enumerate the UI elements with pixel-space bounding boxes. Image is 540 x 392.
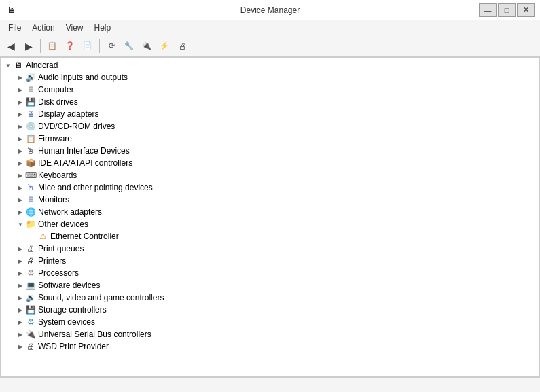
- icon-ethernet: ⚠: [37, 231, 48, 242]
- toggle-network[interactable]: [16, 207, 25, 217]
- maximize-button[interactable]: □: [498, 3, 516, 17]
- toggle-dvd[interactable]: [16, 122, 25, 131]
- tree-item-system[interactable]: ⚙System devices: [1, 316, 539, 328]
- tree-item-sound[interactable]: 🔉Sound, video and game controllers: [1, 291, 539, 304]
- icon-printq: 🖨: [25, 243, 36, 254]
- label-keyboard: Keyboards: [38, 171, 77, 180]
- tree-container[interactable]: 🖥 Aindcrad 🔊Audio inputs and outputs🖥Com…: [1, 58, 539, 376]
- tree-item-mice[interactable]: 🖱Mice and other pointing devices: [1, 181, 539, 194]
- icon-mice: 🖱: [25, 182, 36, 193]
- toggle-proc[interactable]: [16, 268, 25, 278]
- tree-item-disk[interactable]: 💾Disk drives: [1, 96, 539, 108]
- icon-wsd: 🖨: [25, 341, 36, 352]
- toolbar-view[interactable]: 📄: [79, 38, 96, 54]
- toolbar-sep-2: [99, 39, 100, 53]
- label-ide: IDE ATA/ATAPI controllers: [38, 158, 132, 168]
- tree-item-network[interactable]: 🌐Network adapters: [1, 206, 539, 218]
- toggle-usb[interactable]: [16, 329, 25, 339]
- label-audio: Audio inputs and outputs: [38, 73, 128, 82]
- tree-item-display[interactable]: 🖥Display adapters: [1, 108, 539, 120]
- tree-item-firmware[interactable]: 📋Firmware: [1, 132, 539, 145]
- toolbar-scan[interactable]: ⟳: [103, 38, 120, 54]
- window-title: Device Manager: [240, 5, 300, 15]
- status-seg-3: [359, 378, 537, 392]
- tree-item-ethernet[interactable]: ⚠Ethernet Controller: [1, 230, 539, 243]
- label-network: Network adapters: [38, 207, 102, 217]
- label-storage: Storage controllers: [38, 305, 107, 315]
- minimize-button[interactable]: —: [479, 3, 497, 17]
- status-bar: [0, 377, 540, 392]
- toggle-printq[interactable]: [16, 244, 25, 253]
- label-disk: Disk drives: [38, 97, 78, 107]
- icon-network: 🌐: [25, 207, 36, 217]
- tree-item-dvd[interactable]: 💿DVD/CD-ROM drives: [1, 120, 539, 132]
- tree-item-monitors[interactable]: 🖥Monitors: [1, 194, 539, 206]
- toggle-other[interactable]: [16, 219, 25, 229]
- icon-keyboard: ⌨: [25, 170, 36, 181]
- menu-help[interactable]: Help: [89, 22, 117, 34]
- toolbar-update[interactable]: 🔧: [121, 38, 137, 54]
- menu-action[interactable]: Action: [26, 22, 60, 34]
- tree-item-wsd[interactable]: 🖨WSD Print Provider: [1, 340, 539, 353]
- toolbar-forward[interactable]: ▶: [20, 38, 37, 54]
- root-toggle[interactable]: [3, 60, 13, 70]
- toggle-audio[interactable]: [16, 73, 25, 82]
- toggle-system[interactable]: [16, 317, 25, 327]
- tree-item-printq[interactable]: 🖨Print queues: [1, 243, 539, 255]
- toggle-sound[interactable]: [16, 293, 25, 302]
- tree-item-proc[interactable]: ⚙Processors: [1, 267, 539, 279]
- tree-item-usb[interactable]: 🔌Universal Serial Bus controllers: [1, 328, 539, 340]
- toggle-monitors[interactable]: [16, 195, 25, 204]
- icon-usb: 🔌: [25, 329, 36, 340]
- menu-view[interactable]: View: [60, 22, 89, 34]
- label-printers: Printers: [38, 256, 66, 266]
- app-icon: 🖥: [5, 5, 16, 16]
- root-icon: 🖥: [13, 60, 24, 71]
- toggle-display[interactable]: [16, 109, 25, 119]
- menu-file[interactable]: File: [3, 22, 26, 34]
- toolbar-sep-1: [40, 39, 41, 53]
- toggle-keyboard[interactable]: [16, 171, 25, 180]
- tree-item-computer[interactable]: 🖥Computer: [1, 84, 539, 96]
- toggle-printers[interactable]: [16, 256, 25, 266]
- icon-other: 📁: [25, 219, 36, 230]
- tree-item-hid[interactable]: 🖱Human Interface Devices: [1, 145, 539, 157]
- tree-item-keyboard[interactable]: ⌨Keyboards: [1, 169, 539, 181]
- icon-hid: 🖱: [25, 145, 36, 156]
- title-bar: 🖥 Device Manager — □ ✕: [0, 0, 540, 20]
- toggle-software[interactable]: [16, 281, 25, 290]
- toggle-wsd[interactable]: [16, 342, 25, 351]
- toolbar-disable[interactable]: ⚡: [156, 38, 173, 54]
- label-hid: Human Interface Devices: [38, 146, 130, 156]
- toolbar-back[interactable]: ◀: [3, 38, 19, 54]
- toggle-ide[interactable]: [16, 158, 25, 168]
- label-monitors: Monitors: [38, 195, 69, 204]
- tree-items-container: 🔊Audio inputs and outputs🖥Computer💾Disk …: [1, 71, 539, 353]
- status-seg-1: [3, 378, 181, 392]
- tree-item-audio[interactable]: 🔊Audio inputs and outputs: [1, 71, 539, 84]
- toggle-computer[interactable]: [16, 85, 25, 94]
- toolbar-enable[interactable]: 🔌: [139, 38, 155, 54]
- tree-item-storage[interactable]: 💾Storage controllers: [1, 304, 539, 316]
- close-button[interactable]: ✕: [517, 3, 535, 17]
- tree-item-printers[interactable]: 🖨Printers: [1, 255, 539, 267]
- tree-item-ide[interactable]: 📦IDE ATA/ATAPI controllers: [1, 157, 539, 169]
- toggle-mice[interactable]: [16, 183, 25, 192]
- label-sound: Sound, video and game controllers: [38, 293, 164, 302]
- tree-item-other[interactable]: 📁Other devices: [1, 218, 539, 230]
- toggle-hid[interactable]: [16, 146, 25, 156]
- root-label: Aindcrad: [26, 60, 58, 70]
- toggle-firmware[interactable]: [16, 134, 25, 143]
- toolbar-uninstall[interactable]: 🖨: [174, 38, 190, 54]
- tree-root[interactable]: 🖥 Aindcrad: [1, 59, 539, 71]
- toggle-disk[interactable]: [16, 97, 25, 107]
- toolbar-help[interactable]: ❓: [62, 38, 78, 54]
- icon-computer: 🖥: [25, 84, 36, 95]
- tree-item-software[interactable]: 💻Software devices: [1, 279, 539, 291]
- toolbar-properties[interactable]: 📋: [44, 38, 60, 54]
- icon-system: ⚙: [25, 317, 36, 327]
- label-other: Other devices: [38, 219, 88, 229]
- icon-sound: 🔉: [25, 292, 36, 303]
- label-ethernet: Ethernet Controller: [50, 232, 119, 241]
- toggle-storage[interactable]: [16, 305, 25, 315]
